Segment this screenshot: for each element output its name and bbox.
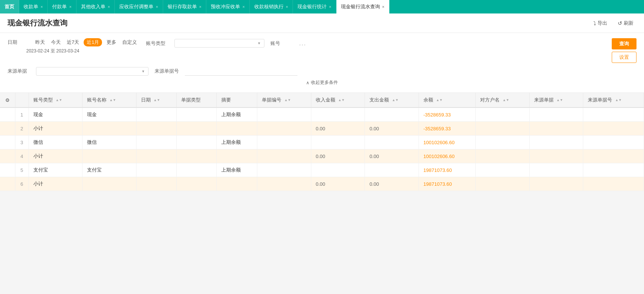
nav-cash-flow-label: 现金银行流水查询 — [341, 3, 380, 10]
nav-other-income-close[interactable]: × — [108, 4, 110, 9]
account-type-select[interactable]: ▾ — [174, 39, 264, 48]
source-doc-chevron: ▾ — [142, 69, 144, 74]
nav-receipt-close[interactable]: × — [41, 4, 43, 9]
table-row: 1 现金 现金 上期余额 -3528659.33 — [0, 107, 644, 122]
date-yesterday[interactable]: 昨天 — [34, 38, 47, 46]
nav-prepaid-close[interactable]: × — [242, 4, 245, 9]
col-account-name[interactable]: 账号名称 ▲▼ — [83, 93, 137, 107]
row-summary: 上期余额 — [217, 107, 257, 122]
nav-other-income[interactable]: 其他收入单 × — [77, 0, 115, 13]
nav-prepaid-label: 预收冲应收单 — [211, 3, 240, 10]
query-button[interactable]: 查询 — [612, 38, 636, 49]
source-doc-no-input[interactable] — [185, 67, 297, 76]
nav-receipt[interactable]: 收款单 × — [19, 0, 48, 13]
source-doc-select[interactable]: ▾ — [36, 67, 149, 76]
nav-ar-ap-close[interactable]: × — [156, 4, 158, 9]
row-date — [136, 177, 176, 191]
col-balance-label: 余额 — [423, 97, 433, 103]
row-gear-cell — [0, 136, 15, 149]
row-doc-type — [176, 122, 217, 136]
row-account-type: 现金 — [29, 107, 83, 122]
nav-receipt-verify-close[interactable]: × — [286, 4, 288, 9]
sort-date: ▲▼ — [153, 98, 160, 102]
col-balance[interactable]: 余额 ▲▼ — [419, 93, 475, 107]
row-balance: 19871073.60 — [419, 177, 475, 191]
col-expense[interactable]: 支出金额 ▲▼ — [365, 93, 419, 107]
nav-bank-deposit-close[interactable]: × — [199, 4, 201, 9]
date-more[interactable]: 更多 — [105, 38, 118, 46]
table-row: 3 微信 微信 上期余额 100102606.60 — [0, 136, 644, 149]
row-account-name: 支付宝 — [83, 163, 137, 177]
date-7days[interactable]: 近7天 — [65, 38, 81, 46]
row-balance: 100102606.60 — [419, 149, 475, 163]
row-account-type: 支付宝 — [29, 163, 83, 177]
row-num-cell: 5 — [15, 163, 29, 177]
row-doc-no — [257, 177, 311, 191]
table-row: 4 小计 0.00 0.00 100102606.60 — [0, 149, 644, 163]
nav-cash-stat-label: 现金银行统计 — [297, 3, 327, 10]
collapse-bar[interactable]: ∧ 收起更多条件 — [8, 78, 636, 87]
account-type-chevron: ▾ — [258, 41, 260, 46]
col-account-type[interactable]: 账号类型 ▲▼ — [29, 93, 83, 107]
row-source-doc — [529, 136, 583, 149]
row-gear-cell — [0, 177, 15, 191]
row-expense — [365, 163, 419, 177]
row-account-name — [83, 177, 137, 191]
col-doc-type: 单据类型 — [176, 93, 217, 107]
nav-cash-flow-close[interactable]: × — [382, 4, 384, 9]
nav-bank-deposit[interactable]: 银行存取款单 × — [163, 0, 206, 13]
row-doc-no — [257, 149, 311, 163]
sort-account-name: ▲▼ — [110, 98, 116, 102]
nav-home-label: 首页 — [5, 3, 14, 10]
row-source-doc-no — [583, 149, 644, 163]
table-header-row: ⚙ 账号类型 ▲▼ 账号名称 ▲▼ 日期 ▲▼ 单据类型 — [0, 93, 644, 107]
gear-icon: ⚙ — [5, 97, 10, 103]
col-source-doc-no[interactable]: 来源单据号 ▲▼ — [583, 93, 644, 107]
nav-cash-stat-close[interactable]: × — [329, 4, 331, 9]
row-gear-cell — [0, 107, 15, 122]
row-balance: -3528659.33 — [419, 107, 475, 122]
nav-bank-deposit-label: 银行存取款单 — [168, 3, 197, 10]
col-source-doc[interactable]: 来源单据 ▲▼ — [529, 93, 583, 107]
sort-counterpart: ▲▼ — [503, 98, 509, 102]
col-gear[interactable]: ⚙ — [0, 93, 15, 107]
nav-cash-bank-flow[interactable]: 现金银行流水查询 × — [336, 0, 389, 13]
nav-ar-ap-adjust[interactable]: 应收应付调整单 × — [115, 0, 163, 13]
col-income[interactable]: 收入金额 ▲▼ — [311, 93, 365, 107]
nav-prepaid-offset[interactable]: 预收冲应收单 × — [206, 0, 249, 13]
row-counterpart — [476, 149, 530, 163]
row-date — [136, 149, 176, 163]
col-date[interactable]: 日期 ▲▼ — [136, 93, 176, 107]
account-dots-btn[interactable]: ... — [299, 40, 306, 47]
nav-receipt-verify[interactable]: 收款核销执行 × — [250, 0, 293, 13]
col-doc-no-label: 单据编号 — [262, 97, 281, 103]
col-doc-no[interactable]: 单据编号 ▲▼ — [257, 93, 311, 107]
row-doc-no — [257, 107, 311, 122]
date-custom[interactable]: 自定义 — [121, 38, 138, 46]
row-source-doc-no — [583, 107, 644, 122]
row-gear-cell — [0, 122, 15, 136]
nav-home[interactable]: 首页 — [0, 0, 19, 13]
refresh-button[interactable]: ↺ 刷新 — [615, 18, 636, 28]
date-1month[interactable]: 近1月 — [84, 38, 102, 46]
row-source-doc-no — [583, 136, 644, 149]
col-counterpart-label: 对方户名 — [480, 97, 500, 103]
row-account-type: 小计 — [29, 149, 83, 163]
page-title: 现金银行流水查询 — [8, 18, 68, 28]
col-counterpart[interactable]: 对方户名 ▲▼ — [476, 93, 530, 107]
settings-button[interactable]: 设置 — [612, 52, 636, 63]
row-balance: 100102606.60 — [419, 136, 475, 149]
row-expense: 0.00 — [365, 122, 419, 136]
row-doc-type — [176, 107, 217, 122]
row-summary — [217, 149, 257, 163]
row-source-doc — [529, 163, 583, 177]
row-doc-no — [257, 122, 311, 136]
row-date — [136, 163, 176, 177]
date-today[interactable]: 今天 — [50, 38, 62, 46]
export-button[interactable]: ⤵ 导出 — [590, 18, 610, 28]
nav-payment-close[interactable]: × — [69, 4, 71, 9]
page-header: 现金银行流水查询 ⤵ 导出 ↺ 刷新 — [0, 13, 644, 33]
nav-cash-bank-stat[interactable]: 现金银行统计 × — [293, 0, 336, 13]
row-expense: 0.00 — [365, 177, 419, 191]
nav-payment[interactable]: 付款单 × — [48, 0, 76, 13]
